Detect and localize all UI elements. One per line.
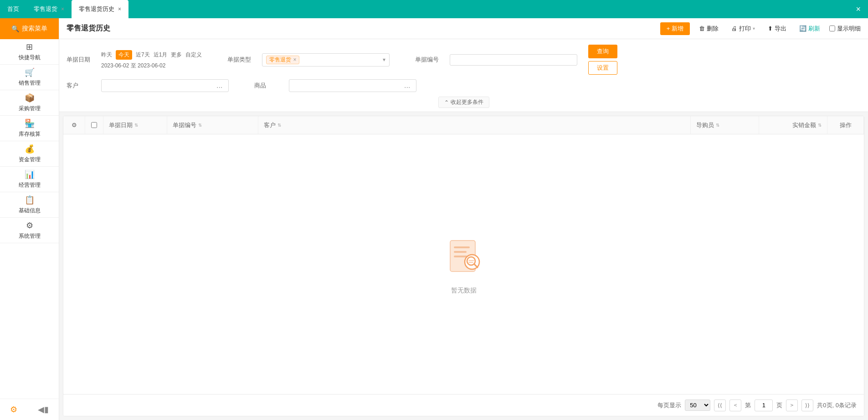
sidebar-settings-icon[interactable]: ⚙ (10, 405, 17, 415)
print-button[interactable]: 🖨 打印 ▾ (728, 23, 759, 35)
window-close-button[interactable]: × (856, 5, 861, 14)
th-guide-sort-icon: ⇅ (716, 123, 719, 128)
type-filter-select[interactable]: 零售退货 × ▾ (262, 53, 390, 67)
tab-retail-return-history[interactable]: 零售退货历史 × (72, 0, 128, 18)
sidebar: 🔍 搜索菜单 ⊞ 快捷导航 🛒 销售管理 📦 采购管理 🏪 库存核算 💰 资金管… (0, 18, 59, 420)
sidebar-item-sales[interactable]: 🛒 销售管理 (0, 65, 59, 90)
export-button[interactable]: ⬆ 导出 (764, 23, 790, 35)
refresh-icon: 🔄 (799, 25, 806, 32)
sidebar-item-inventory[interactable]: 🏪 库存核算 (0, 116, 59, 141)
show-detail-checkbox[interactable] (829, 26, 835, 31)
collapse-icon: ⌃ (444, 99, 449, 106)
th-guide[interactable]: 导购员 ⇅ (691, 116, 759, 134)
empty-state-text: 暂无数据 (451, 287, 477, 295)
th-settings[interactable]: ⚙ (63, 116, 85, 134)
tab-close-retail-return[interactable]: × (61, 6, 64, 12)
show-detail-checkbox-label[interactable]: 显示明细 (829, 25, 861, 33)
toolbar: + 新增 🗑 删除 🖨 打印 ▾ ⬆ 导出 🔄 刷新 (660, 22, 861, 35)
th-customer[interactable]: 客户 ⇅ (258, 116, 691, 134)
customer-filter-input[interactable] (105, 82, 215, 89)
main-layout: 🔍 搜索菜单 ⊞ 快捷导航 🛒 销售管理 📦 采购管理 🏪 库存核算 💰 资金管… (0, 18, 868, 420)
th-voucher-label: 单据编号 (173, 121, 196, 129)
shortcut-yesterday[interactable]: 昨天 (101, 51, 112, 59)
column-settings-icon[interactable]: ⚙ (72, 122, 77, 128)
export-icon: ⬆ (768, 25, 773, 32)
refresh-button[interactable]: 🔄 刷新 (796, 23, 824, 35)
svg-rect-3 (454, 256, 467, 257)
goods-dots-button[interactable]: ... (402, 82, 412, 90)
last-page-button[interactable]: ⟩⟩ (801, 400, 813, 411)
date-range-display: 2023-06-02 至 2023-06-02 (101, 62, 202, 70)
filter-row-2: 客户 ... 商品 ... (67, 79, 861, 92)
query-button[interactable]: 查询 (588, 45, 617, 58)
th-date[interactable]: 单据日期 ⇅ (103, 116, 167, 134)
tab-retail-return[interactable]: 零售退货 × (26, 0, 72, 18)
collapse-row: ⌃ 收起更多条件 (67, 97, 861, 108)
date-shortcuts: 昨天 今天 近7天 近1月 更多 自定义 (101, 50, 202, 60)
th-guide-label: 导购员 (696, 121, 714, 129)
sidebar-item-system[interactable]: ⚙ 系统管理 (0, 218, 59, 243)
tab-close-history[interactable]: × (118, 6, 121, 12)
filter-row-1: 单据日期 昨天 今天 近7天 近1月 更多 自定义 2023-06-02 至 2… (67, 45, 861, 75)
pagination: 每页显示 20 50 100 ⟨⟨ ＜ 第 页 ＞ ⟩⟩ 共0页, 0条记录 (63, 394, 864, 416)
total-records-text: 共0页, 0条记录 (817, 401, 857, 410)
th-customer-sort-icon: ⇅ (277, 123, 281, 128)
shortcut-today[interactable]: 今天 (116, 50, 132, 60)
shortcut-1month[interactable]: 近1月 (154, 51, 168, 59)
sidebar-item-quick-nav[interactable]: ⊞ 快捷导航 (0, 39, 59, 65)
th-action: 操作 (827, 116, 864, 134)
operations-icon: 📊 (25, 169, 35, 179)
prev-page-button[interactable]: ＜ (729, 400, 741, 411)
date-filter-label: 单据日期 (67, 56, 94, 64)
th-voucher[interactable]: 单据编号 ⇅ (167, 116, 258, 134)
search-icon: 🔍 (11, 25, 19, 32)
page-header: 零售退货历史 + 新增 🗑 删除 🖨 打印 ▾ ⬆ 导出 🔄 (59, 18, 868, 39)
th-voucher-sort-icon: ⇅ (198, 123, 202, 128)
goods-filter-wrapper: ... (289, 79, 416, 92)
delete-button[interactable]: 🗑 删除 (695, 23, 722, 35)
voucher-filter-label: 单据编号 (415, 56, 442, 64)
table-container: ⚙ 单据日期 ⇅ 单据编号 ⇅ 客户 ⇅ 导购员 (63, 116, 864, 416)
inventory-label: 库存核算 (19, 130, 41, 138)
filter-area: 单据日期 昨天 今天 近7天 近1月 更多 自定义 2023-06-02 至 2… (59, 39, 868, 112)
search-menu-button[interactable]: 🔍 搜索菜单 (0, 18, 59, 39)
goods-filter-input[interactable] (293, 82, 402, 89)
sidebar-audio-icon[interactable]: ◀▮ (38, 405, 49, 415)
table-header: ⚙ 单据日期 ⇅ 单据编号 ⇅ 客户 ⇅ 导购员 (63, 116, 864, 134)
type-tag-remove[interactable]: × (293, 56, 296, 63)
filter-settings-button[interactable]: 设置 (588, 61, 617, 75)
basic-info-icon: 📋 (25, 195, 35, 205)
customer-dots-button[interactable]: ... (215, 82, 224, 90)
shortcut-more[interactable]: 更多 (171, 51, 182, 59)
finance-label: 资金管理 (19, 156, 41, 164)
select-all-checkbox[interactable] (91, 122, 97, 128)
th-amount[interactable]: 实销金额 ⇅ (759, 116, 827, 134)
next-page-button[interactable]: ＞ (786, 400, 798, 411)
customer-filter-label: 客户 (67, 82, 94, 90)
page-number-input[interactable] (755, 400, 773, 411)
shortcut-custom[interactable]: 自定义 (185, 51, 202, 59)
sales-label: 销售管理 (19, 79, 41, 87)
page-label: 页 (776, 401, 782, 410)
sidebar-item-purchase[interactable]: 📦 采购管理 (0, 90, 59, 116)
purchase-icon: 📦 (25, 93, 35, 103)
add-button[interactable]: + 新增 (660, 22, 690, 35)
page-size-select[interactable]: 20 50 100 (685, 400, 710, 411)
sidebar-item-operations[interactable]: 📊 经营管理 (0, 167, 59, 192)
sidebar-item-basic-info[interactable]: 📋 基础信息 (0, 192, 59, 218)
sales-icon: 🛒 (25, 67, 35, 77)
shortcut-7days[interactable]: 近7天 (136, 51, 150, 59)
search-menu-label: 搜索菜单 (22, 25, 47, 33)
tab-home[interactable]: + 新增 首页 (0, 0, 26, 18)
th-checkbox[interactable] (85, 116, 103, 134)
th-customer-label: 客户 (264, 121, 276, 129)
date-shortcuts-wrapper: 昨天 今天 近7天 近1月 更多 自定义 2023-06-02 至 2023-0… (101, 50, 202, 70)
voucher-filter-input[interactable] (450, 54, 577, 66)
print-chevron-icon: ▾ (753, 26, 755, 31)
sidebar-item-finance[interactable]: 💰 资金管理 (0, 141, 59, 167)
collapse-filter-button[interactable]: ⌃ 收起更多条件 (438, 97, 489, 108)
delete-icon: 🗑 (699, 25, 705, 32)
type-filter-label: 单据类型 (227, 56, 255, 64)
first-page-button[interactable]: ⟨⟨ (714, 400, 726, 411)
type-select-chevron-icon: ▾ (383, 56, 385, 63)
